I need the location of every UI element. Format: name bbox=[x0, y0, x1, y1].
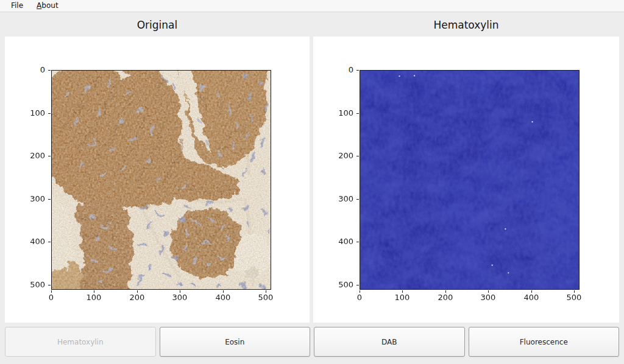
menu-bar: File About bbox=[0, 0, 624, 12]
menu-about[interactable]: About bbox=[31, 1, 64, 11]
y-tick-label: 200 bbox=[5, 151, 45, 161]
y-tick-mark bbox=[48, 285, 51, 285]
x-tick-label: 500 bbox=[247, 293, 284, 303]
original-panel-title: Original bbox=[5, 18, 310, 32]
y-tick-mark bbox=[356, 70, 359, 71]
stain-button-fluorescence[interactable]: Fluorescence bbox=[469, 327, 620, 357]
y-tick-mark bbox=[356, 285, 359, 285]
menu-file[interactable]: File bbox=[5, 1, 29, 11]
x-tick-label: 0 bbox=[33, 293, 69, 303]
y-tick-label: 500 bbox=[5, 280, 45, 290]
y-tick-label: 400 bbox=[313, 237, 353, 247]
stain-button-dab[interactable]: DAB bbox=[314, 327, 465, 357]
y-tick-label: 200 bbox=[313, 151, 353, 161]
y-tick-mark bbox=[356, 156, 359, 156]
y-tick-label: 400 bbox=[5, 237, 45, 247]
y-tick-label: 100 bbox=[5, 108, 45, 118]
y-tick-label: 0 bbox=[313, 65, 353, 75]
y-tick-label: 100 bbox=[313, 108, 353, 118]
y-tick-mark bbox=[48, 156, 51, 156]
stain-separation-app: File About Original Hematoxylin bbox=[0, 0, 624, 364]
menu-about-rest: bout bbox=[41, 1, 58, 10]
hematoxylin-panel-title: Hematoxylin bbox=[313, 18, 619, 32]
x-tick-label: 100 bbox=[384, 293, 420, 303]
stain-button-eosin[interactable]: Eosin bbox=[160, 327, 311, 357]
y-tick-mark bbox=[48, 113, 51, 114]
x-tick-label: 200 bbox=[119, 293, 155, 303]
x-tick-label: 500 bbox=[556, 293, 592, 303]
y-tick-mark bbox=[356, 242, 359, 242]
original-plot-area bbox=[51, 70, 271, 290]
y-tick-label: 300 bbox=[313, 194, 353, 204]
y-tick-label: 500 bbox=[313, 280, 353, 290]
y-tick-label: 300 bbox=[5, 194, 45, 204]
y-tick-mark bbox=[48, 199, 51, 200]
y-tick-mark bbox=[48, 70, 51, 71]
x-tick-label: 300 bbox=[161, 293, 198, 303]
original-histology-image bbox=[52, 71, 271, 289]
stain-button-row: Hematoxylin Eosin DAB Fluorescence bbox=[5, 327, 619, 357]
x-tick-label: 200 bbox=[427, 293, 464, 303]
y-tick-mark bbox=[356, 113, 359, 114]
stain-button-hematoxylin[interactable]: Hematoxylin bbox=[5, 327, 156, 357]
x-tick-label: 0 bbox=[341, 293, 378, 303]
hematoxylin-panel: 0 100 200 300 400 500 0 100 200 300 400 … bbox=[313, 37, 619, 323]
x-tick-label: 400 bbox=[513, 293, 550, 303]
x-tick-label: 400 bbox=[205, 293, 241, 303]
y-tick-mark bbox=[48, 242, 51, 242]
hematoxylin-channel-image bbox=[360, 71, 579, 289]
original-panel: 0 100 200 300 400 500 0 100 200 300 400 … bbox=[5, 37, 310, 323]
hematoxylin-plot-area bbox=[360, 70, 580, 290]
y-tick-mark bbox=[356, 199, 359, 200]
y-tick-label: 0 bbox=[5, 65, 45, 75]
x-tick-label: 100 bbox=[76, 293, 112, 303]
x-tick-label: 300 bbox=[470, 293, 506, 303]
